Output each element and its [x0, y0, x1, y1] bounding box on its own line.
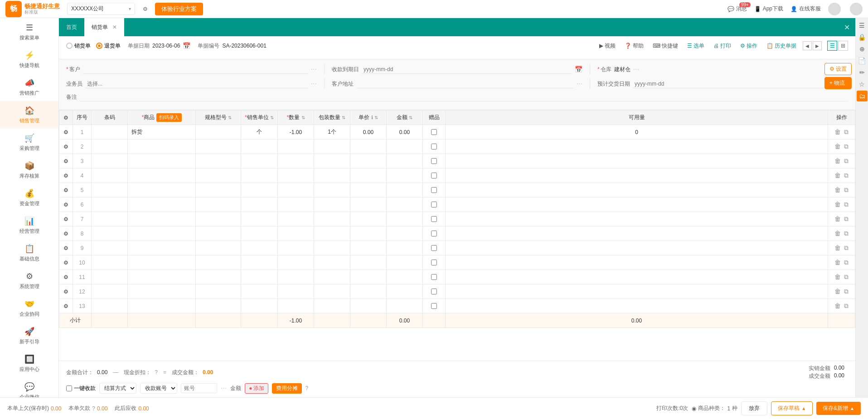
- cell-barcode-7[interactable]: [92, 226, 128, 241]
- user-avatar2[interactable]: [850, 3, 863, 15]
- cell-goods-4[interactable]: [128, 183, 196, 197]
- cell-gift-1[interactable]: [423, 140, 446, 154]
- cell-settings-12[interactable]: ⚙: [59, 299, 73, 313]
- settings-btn[interactable]: ⚙ 设置: [824, 63, 852, 75]
- cell-goods-2[interactable]: [128, 154, 196, 169]
- cell-price-8[interactable]: [350, 241, 387, 255]
- price-info-icon[interactable]: ℹ: [371, 115, 373, 120]
- expense-help-icon[interactable]: ?: [305, 385, 309, 391]
- cell-amount-7[interactable]: [387, 226, 423, 241]
- nav-prev-btn[interactable]: ◀: [803, 41, 812, 50]
- cell-price-9[interactable]: [350, 255, 387, 270]
- customer-input[interactable]: [83, 65, 308, 74]
- cell-spec-5[interactable]: [196, 197, 241, 212]
- cell-qty-12[interactable]: [278, 299, 314, 313]
- cell-gift-10[interactable]: [423, 270, 446, 284]
- customer-picker-btn[interactable]: ···: [311, 65, 317, 73]
- owed-help-icon[interactable]: ?: [92, 405, 95, 412]
- gift-checkbox-4[interactable]: [431, 187, 437, 193]
- cell-barcode-10[interactable]: [92, 270, 128, 284]
- cell-barcode-4[interactable]: [92, 183, 128, 197]
- app-download-btn[interactable]: 📱 App下载: [754, 5, 783, 13]
- cell-qty-5[interactable]: [278, 197, 314, 212]
- gift-checkbox-0[interactable]: [431, 129, 437, 135]
- cell-goods-12[interactable]: [128, 299, 196, 313]
- cell-price-10[interactable]: [350, 270, 387, 284]
- cell-spec-8[interactable]: [196, 241, 241, 255]
- delete-icon-10[interactable]: 🗑: [834, 273, 842, 280]
- logistics-btn[interactable]: + 物流: [824, 77, 852, 89]
- operations-btn[interactable]: ⚙ 操作: [737, 41, 760, 51]
- gift-checkbox-3[interactable]: [431, 173, 437, 178]
- delete-icon-2[interactable]: 🗑: [834, 157, 842, 164]
- cell-barcode-1[interactable]: [92, 140, 128, 154]
- sidebar-item-system[interactable]: ⚙ 系统管理: [0, 267, 58, 294]
- expense-split-btn[interactable]: 费用分摊: [272, 383, 302, 394]
- cell-price-5[interactable]: [350, 197, 387, 212]
- gift-checkbox-11[interactable]: [431, 289, 437, 294]
- cell-spec-7[interactable]: [196, 226, 241, 241]
- cell-pkg-qty-6[interactable]: [314, 212, 350, 226]
- cell-spec-1[interactable]: [196, 140, 241, 154]
- cell-unit-7[interactable]: [241, 226, 278, 241]
- cell-gift-6[interactable]: [423, 212, 446, 226]
- video-btn[interactable]: ▶ 视频: [596, 41, 618, 51]
- right-panel-btn2[interactable]: 🔒: [857, 32, 868, 43]
- copy-icon-5[interactable]: ⧉: [843, 201, 849, 208]
- cell-qty-10[interactable]: [278, 270, 314, 284]
- one-click-payment-checkbox[interactable]: 一键收款: [66, 385, 96, 392]
- goods-type-radio-icon[interactable]: ◉: [692, 405, 696, 412]
- cell-qty-2[interactable]: [278, 154, 314, 169]
- user-avatar[interactable]: [828, 3, 841, 15]
- sidebar-item-purchase[interactable]: 🛒 采购管理: [0, 129, 58, 156]
- cell-unit-0[interactable]: 个: [241, 125, 278, 140]
- copy-icon-6[interactable]: ⧉: [843, 215, 849, 222]
- cell-barcode-0[interactable]: [92, 125, 128, 140]
- cell-gift-3[interactable]: [423, 169, 446, 183]
- delete-icon-12[interactable]: 🗑: [834, 302, 842, 309]
- bank-account-select[interactable]: 收款账号: [140, 383, 177, 394]
- cell-price-2[interactable]: [350, 154, 387, 169]
- delete-icon-3[interactable]: 🗑: [834, 172, 842, 179]
- tab-close-icon[interactable]: ✕: [112, 24, 117, 30]
- company-selector[interactable]: XXXXXX公司 ▾: [67, 3, 135, 15]
- pkg-sort-icon[interactable]: ⇅: [342, 115, 345, 120]
- sidebar-item-appstore[interactable]: 🔲 应用中心: [0, 350, 58, 377]
- message-btn[interactable]: 💬 消息 99+: [727, 5, 747, 13]
- right-panel-btn3[interactable]: ⊕: [857, 43, 868, 54]
- copy-icon-1[interactable]: ⧉: [843, 143, 849, 150]
- cell-amount-11[interactable]: [387, 284, 423, 299]
- cell-barcode-9[interactable]: [92, 255, 128, 270]
- radio-sales[interactable]: 销货单: [66, 42, 91, 50]
- cell-price-12[interactable]: [350, 299, 387, 313]
- cell-unit-10[interactable]: [241, 270, 278, 284]
- delete-icon-11[interactable]: 🗑: [834, 288, 842, 295]
- cell-qty-8[interactable]: [278, 241, 314, 255]
- cell-unit-4[interactable]: [241, 183, 278, 197]
- copy-icon-0[interactable]: ⧉: [843, 128, 849, 135]
- cell-pkg-qty-10[interactable]: [314, 270, 350, 284]
- customer-address-input[interactable]: [356, 80, 574, 88]
- cell-barcode-11[interactable]: [92, 284, 128, 299]
- gift-checkbox-8[interactable]: [431, 245, 437, 251]
- cell-gift-12[interactable]: [423, 299, 446, 313]
- cell-pkg-qty-11[interactable]: [314, 284, 350, 299]
- copy-icon-11[interactable]: ⧉: [843, 288, 849, 295]
- sidebar-item-operation[interactable]: 📊 经营管理: [0, 212, 58, 239]
- cell-amount-4[interactable]: [387, 183, 423, 197]
- shortcut-btn[interactable]: ⌨ 快捷键: [650, 41, 681, 51]
- cell-unit-8[interactable]: [241, 241, 278, 255]
- print-btn[interactable]: 🖨 打印: [711, 41, 734, 51]
- settings-icon[interactable]: ⚙: [139, 3, 151, 15]
- delete-icon-9[interactable]: 🗑: [834, 259, 842, 266]
- salesperson-picker-btn[interactable]: ···: [311, 80, 317, 88]
- sidebar-item-inventory[interactable]: 📦 库存核算: [0, 156, 58, 184]
- cell-spec-4[interactable]: [196, 183, 241, 197]
- copy-icon-8[interactable]: ⧉: [843, 244, 849, 251]
- cell-pkg-qty-9[interactable]: [314, 255, 350, 270]
- cell-settings-11[interactable]: ⚙: [59, 284, 73, 299]
- cell-barcode-2[interactable]: [92, 154, 128, 169]
- tab-close-all-btn[interactable]: ✕: [839, 23, 855, 32]
- cell-spec-12[interactable]: [196, 299, 241, 313]
- cell-qty-3[interactable]: [278, 169, 314, 183]
